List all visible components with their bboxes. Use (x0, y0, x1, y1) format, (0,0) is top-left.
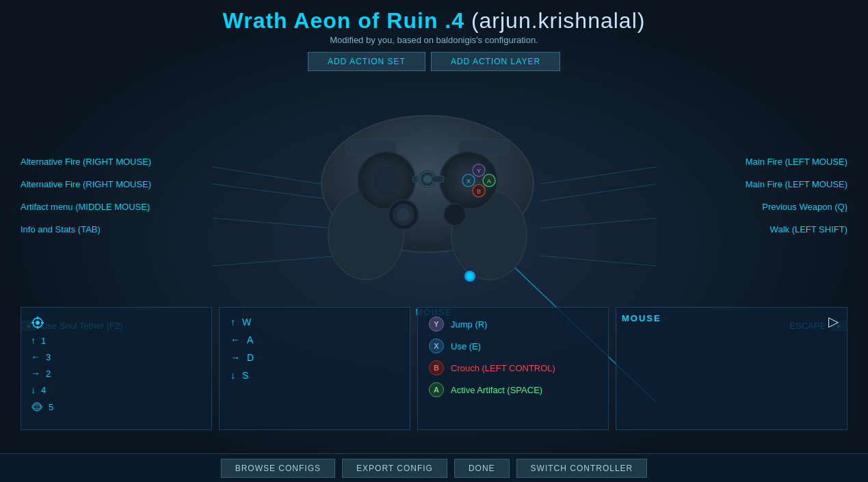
svg-text:Y: Y (476, 168, 480, 174)
panel-left: ↑ 1 ← 3 → 2 ↓ 4 (21, 307, 212, 430)
left-label-2: Artifact menu (MIDDLE MOUSE) (21, 202, 151, 212)
left-arrow-icon: ← (31, 351, 40, 362)
left-item-3: ↓ 4 (27, 381, 206, 398)
wasd-s-label: S (242, 370, 248, 381)
svg-point-38 (36, 321, 40, 325)
a-button: A (429, 382, 444, 397)
svg-rect-16 (373, 172, 400, 189)
subtitle: Modified by you, based on baldonigis's c… (0, 35, 868, 45)
left-label-0: Alternative Fire (RIGHT MOUSE) (21, 157, 151, 167)
svg-point-33 (397, 208, 410, 222)
wasd-a-label: A (247, 334, 253, 345)
panel-buttons: Y Jump (R) X Use (E) B Crouch (LEFT CONT… (417, 307, 609, 430)
x-button-label: Use (E) (451, 341, 481, 351)
left-label-3: Info and Stats (TAB) (21, 224, 151, 235)
svg-point-29 (423, 175, 432, 183)
action-buttons: ADD ACTION SET ADD ACTION LAYER (0, 52, 868, 71)
item-number-4: 5 (49, 402, 53, 412)
right-label-3: Walk (LEFT SHIFT) (746, 224, 847, 235)
svg-rect-41 (31, 322, 34, 323)
wasd-d-label: D (247, 352, 254, 363)
svg-rect-30 (432, 176, 444, 183)
button-item-x: X Use (E) (423, 335, 603, 357)
wasd-up-icon: ↑ (231, 317, 235, 327)
wasd-item-w: ↑ W (225, 313, 404, 331)
item-number-1: 3 (46, 352, 51, 362)
gear-row (27, 313, 206, 332)
item-number-2: 2 (46, 369, 51, 379)
wasd-right-icon: → (231, 352, 240, 363)
cursor-icon: ▷ (828, 313, 839, 330)
browse-configs-button[interactable]: BROWSE CONFIGS (221, 459, 335, 478)
bottom-bar: BROWSE CONFIGS EXPORT CONFIG DONE SWITCH… (0, 453, 868, 482)
a-button-label: Active Artifact (SPACE) (451, 385, 542, 395)
right-arrow-icon: → (31, 368, 40, 379)
right-label-2: Previous Weapon (Q) (746, 202, 847, 212)
header: Wrath Aeon of Ruin .4 (arjun.krishnalal)… (0, 0, 868, 71)
controller-image: MOUSE (298, 88, 571, 307)
add-action-set-button[interactable]: ADD ACTION SET (308, 52, 425, 71)
wasd-down-icon: ↓ (231, 370, 235, 381)
export-config-button[interactable]: EXPORT CONFIG (342, 459, 447, 478)
up-arrow-icon: ↑ (31, 335, 36, 346)
right-label-1: Main Fire (LEFT MOUSE) (746, 179, 847, 189)
button-item-a: A Active Artifact (SPACE) (423, 379, 603, 401)
content-area: Alternative Fire (RIGHT MOUSE) Alternati… (0, 75, 868, 437)
svg-text:A: A (486, 178, 490, 185)
done-button[interactable]: DONE (454, 459, 510, 478)
svg-rect-42 (41, 322, 44, 323)
svg-rect-40 (37, 326, 38, 329)
game-title: Wrath Aeon of Ruin .4 (223, 8, 464, 33)
wasd-left-icon: ← (231, 334, 240, 345)
panel-wasd: ↑ W ← A → D ↓ S (219, 307, 410, 430)
button-item-b: B Crouch (LEFT CONTROL) (423, 357, 603, 379)
left-item-4: 5 (27, 398, 206, 416)
svg-point-43 (33, 403, 41, 411)
button-item-y: Y Jump (R) (423, 313, 603, 335)
username: (arjun.krishnalal) (471, 8, 646, 33)
b-button: B (429, 360, 444, 375)
wasd-item-d: → D (225, 349, 404, 366)
wasd-item-a: ← A (225, 331, 404, 349)
switch-controller-button[interactable]: SWITCH CONTROLLER (516, 459, 648, 478)
settings-gear-icon (31, 316, 44, 330)
add-action-layer-button[interactable]: ADD ACTION LAYER (431, 52, 560, 71)
wasd-item-s: ↓ S (225, 366, 404, 384)
svg-rect-39 (37, 317, 38, 319)
item-number-0: 1 (41, 336, 46, 346)
page-title: Wrath Aeon of Ruin .4 (arjun.krishnalal) (0, 8, 868, 34)
y-button: Y (429, 317, 444, 332)
bottom-panels: ↑ 1 ← 3 → 2 ↓ 4 (21, 307, 847, 430)
svg-point-36 (466, 273, 473, 280)
left-item-2: → 2 (27, 365, 206, 381)
wasd-w-label: W (242, 317, 251, 327)
left-item-1: ← 3 (27, 349, 206, 365)
left-labels: Alternative Fire (RIGHT MOUSE) Alternati… (21, 157, 151, 235)
mouse-panel-title: MOUSE (622, 313, 841, 323)
svg-text:B: B (476, 188, 480, 195)
svg-point-34 (444, 204, 466, 226)
panel-mouse: MOUSE ▷ (616, 307, 847, 430)
right-label-0: Main Fire (LEFT MOUSE) (746, 157, 847, 167)
svg-text:X: X (466, 178, 470, 185)
left-label-1: Alternative Fire (RIGHT MOUSE) (21, 179, 151, 189)
left-item-0: ↑ 1 (27, 332, 206, 349)
x-button: X (429, 338, 444, 353)
b-button-label: Crouch (LEFT CONTROL) (451, 363, 555, 373)
y-button-label: Jump (R) (451, 319, 487, 330)
planet-icon (31, 401, 43, 413)
controller-svg: Y X B A (298, 88, 557, 286)
item-number-3: 4 (41, 385, 46, 395)
right-labels: Main Fire (LEFT MOUSE) Main Fire (LEFT M… (746, 157, 847, 235)
down-arrow-icon: ↓ (31, 384, 36, 395)
